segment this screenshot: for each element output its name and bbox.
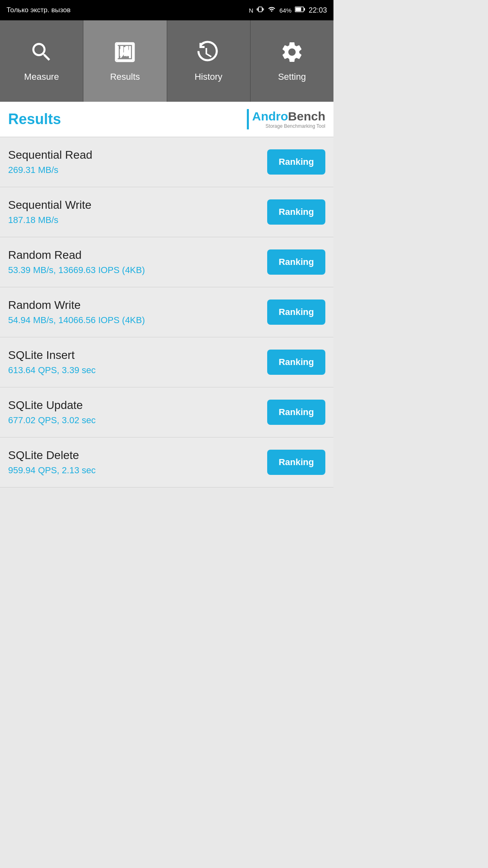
benchmark-info-random-read: Random Read 53.39 MB/s, 13669.63 IOPS (4… [8, 249, 145, 275]
benchmark-value-sequential-read: 269.31 MB/s [8, 165, 92, 175]
benchmark-row-sequential-read: Sequential Read 269.31 MB/s Ranking [0, 137, 333, 187]
tab-history[interactable]: History [167, 20, 251, 102]
page-title: Results [8, 111, 61, 128]
svg-rect-1 [295, 7, 301, 11]
svg-rect-2 [304, 8, 305, 11]
time-text: 22:03 [309, 6, 327, 15]
brand-sub: Storage Benchmarking Tool [252, 123, 325, 129]
ranking-button-random-write[interactable]: Ranking [267, 300, 325, 325]
brand-bar [247, 109, 249, 129]
benchmark-row-random-write: Random Write 54.94 MB/s, 14066.56 IOPS (… [0, 287, 333, 337]
ranking-button-random-read[interactable]: Ranking [267, 249, 325, 275]
brand-name: AndroBench [252, 109, 325, 123]
search-icon [29, 40, 54, 68]
status-bar: Только экстр. вызов N 64% 22:03 [0, 0, 333, 20]
settings-icon [280, 40, 304, 68]
benchmark-info-sequential-write: Sequential Write 187.18 MB/s [8, 199, 92, 225]
benchmark-value-sequential-write: 187.18 MB/s [8, 215, 92, 225]
results-header: Results AndroBench Storage Benchmarking … [0, 102, 333, 137]
benchmark-name-sqlite-delete: SQLite Delete [8, 449, 96, 462]
benchmark-info-sqlite-insert: SQLite Insert 613.64 QPS, 3.39 sec [8, 349, 96, 376]
brand-name-block: AndroBench Storage Benchmarking Tool [252, 109, 325, 129]
tab-measure-label: Measure [24, 72, 59, 82]
benchmark-name-sqlite-insert: SQLite Insert [8, 349, 96, 362]
benchmark-row-random-read: Random Read 53.39 MB/s, 13669.63 IOPS (4… [0, 237, 333, 287]
benchmark-row-sqlite-update: SQLite Update 677.02 QPS, 3.02 sec Ranki… [0, 387, 333, 437]
results-icon [113, 40, 137, 68]
benchmark-name-random-read: Random Read [8, 249, 145, 262]
wifi-icon [267, 6, 276, 15]
status-carrier-text: Только экстр. вызов [7, 6, 71, 14]
benchmark-name-sequential-read: Sequential Read [8, 149, 92, 162]
tab-setting-label: Setting [278, 72, 306, 82]
tab-results-label: Results [110, 72, 140, 82]
nfc-icon: N [249, 7, 253, 14]
benchmark-value-sqlite-update: 677.02 QPS, 3.02 sec [8, 415, 96, 426]
brand-name-1: Andro [252, 109, 288, 123]
benchmark-value-sqlite-insert: 613.64 QPS, 3.39 sec [8, 365, 96, 376]
battery-icon [295, 6, 305, 15]
tab-history-label: History [194, 72, 222, 82]
history-icon [196, 40, 221, 68]
ranking-button-sqlite-update[interactable]: Ranking [267, 400, 325, 425]
benchmark-value-sqlite-delete: 959.94 QPS, 2.13 sec [8, 465, 96, 476]
tab-setting[interactable]: Setting [251, 20, 333, 102]
navigation-tabs: Measure Results History [0, 20, 333, 102]
benchmark-row-sequential-write: Sequential Write 187.18 MB/s Ranking [0, 187, 333, 237]
benchmark-info-sqlite-delete: SQLite Delete 959.94 QPS, 2.13 sec [8, 449, 96, 476]
benchmark-info-random-write: Random Write 54.94 MB/s, 14066.56 IOPS (… [8, 299, 145, 326]
tab-results[interactable]: Results [83, 20, 167, 102]
benchmark-row-sqlite-delete: SQLite Delete 959.94 QPS, 2.13 sec Ranki… [0, 437, 333, 488]
brand-name-2: Bench [288, 109, 325, 123]
brand-logo: AndroBench Storage Benchmarking Tool [247, 109, 325, 129]
benchmark-row-sqlite-insert: SQLite Insert 613.64 QPS, 3.39 sec Ranki… [0, 337, 333, 387]
status-right-icons: N 64% 22:03 [249, 5, 327, 15]
benchmark-name-random-write: Random Write [8, 299, 145, 312]
battery-level-text: 64% [279, 7, 292, 14]
benchmark-list: Sequential Read 269.31 MB/s Ranking Sequ… [0, 137, 333, 488]
ranking-button-sequential-write[interactable]: Ranking [267, 199, 325, 225]
vibrate-icon [257, 5, 264, 15]
benchmark-value-random-read: 53.39 MB/s, 13669.63 IOPS (4KB) [8, 265, 145, 275]
ranking-button-sqlite-delete[interactable]: Ranking [267, 450, 325, 475]
ranking-button-sequential-read[interactable]: Ranking [267, 149, 325, 175]
benchmark-info-sequential-read: Sequential Read 269.31 MB/s [8, 149, 92, 175]
benchmark-value-random-write: 54.94 MB/s, 14066.56 IOPS (4KB) [8, 315, 145, 326]
ranking-button-sqlite-insert[interactable]: Ranking [267, 350, 325, 375]
tab-measure[interactable]: Measure [0, 20, 83, 102]
benchmark-name-sqlite-update: SQLite Update [8, 399, 96, 412]
benchmark-name-sequential-write: Sequential Write [8, 199, 92, 212]
benchmark-info-sqlite-update: SQLite Update 677.02 QPS, 3.02 sec [8, 399, 96, 426]
